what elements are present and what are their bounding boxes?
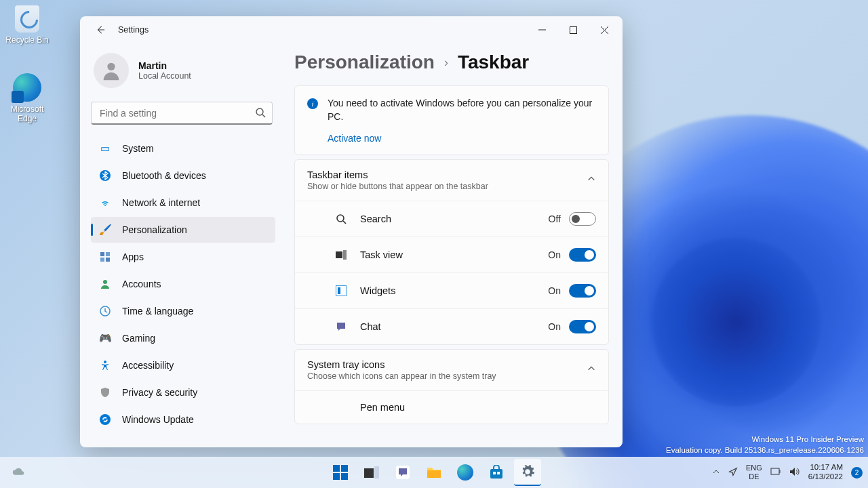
row-widgets: Widgets On — [295, 272, 608, 308]
svg-rect-18 — [336, 251, 342, 258]
nav-bluetooth[interactable]: Bluetooth & devices — [91, 163, 275, 188]
search-container — [91, 102, 273, 125]
clock[interactable]: 10:17 AM 6/13/2022 — [808, 463, 843, 482]
user-info[interactable]: Martin Local Account — [91, 43, 275, 102]
desktop-icon-label: Microsoft Edge — [3, 104, 52, 123]
taskbar-store[interactable] — [483, 459, 510, 486]
svg-rect-28 — [497, 472, 500, 474]
svg-rect-23 — [374, 466, 379, 479]
gamepad-icon: 🎮 — [99, 332, 111, 344]
toggle-widgets[interactable] — [569, 284, 596, 298]
edge-icon — [13, 73, 41, 102]
svg-rect-21 — [338, 287, 340, 294]
content-area[interactable]: Personalization › Taskbar i You need to … — [281, 43, 623, 447]
svg-rect-26 — [490, 469, 502, 479]
close-icon — [601, 26, 608, 34]
nav-accounts[interactable]: Accounts — [91, 271, 275, 297]
arrow-left-icon — [96, 25, 105, 35]
search-icon — [255, 107, 266, 121]
window-title: Settings — [118, 25, 149, 35]
apps-icon — [99, 251, 111, 263]
maximize-button[interactable] — [557, 19, 589, 41]
svg-rect-22 — [364, 468, 374, 478]
language-indicator[interactable]: ENG DE — [746, 464, 762, 481]
search-icon — [334, 214, 348, 224]
store-icon — [489, 465, 504, 480]
svg-point-16 — [337, 215, 344, 222]
search-input[interactable] — [91, 102, 273, 125]
svg-line-17 — [343, 221, 346, 224]
shield-icon — [99, 386, 111, 399]
clock-icon — [99, 305, 111, 317]
settings-window: Settings Martin Local Account — [80, 16, 623, 447]
svg-rect-11 — [106, 258, 110, 262]
chevron-right-icon: › — [444, 56, 448, 70]
titlebar: Settings — [80, 16, 623, 43]
widgets-icon — [334, 285, 348, 296]
activate-now-link[interactable]: Activate now — [328, 133, 596, 144]
bluetooth-icon — [99, 169, 111, 182]
breadcrumb-parent[interactable]: Personalization — [294, 52, 435, 73]
location-icon[interactable] — [728, 467, 738, 479]
row-taskview: Task view On — [295, 237, 608, 272]
row-search: Search Off — [295, 201, 608, 237]
user-account-type: Local Account — [138, 71, 191, 81]
svg-point-15 — [100, 414, 111, 425]
svg-rect-8 — [100, 252, 104, 256]
notification-badge[interactable]: 2 — [851, 467, 863, 479]
volume-icon[interactable] — [789, 467, 800, 479]
user-name: Martin — [138, 60, 191, 71]
svg-rect-29 — [771, 468, 779, 474]
section-header-system-tray[interactable]: System tray icons Choose which icons can… — [295, 350, 608, 390]
maximize-icon — [570, 26, 577, 34]
monitor-icon: ▭ — [99, 142, 111, 155]
watermark: Windows 11 Pro Insider Preview Evaluatio… — [666, 434, 864, 455]
activation-text: You need to activate Windows before you … — [328, 97, 596, 123]
nav-accessibility[interactable]: Accessibility — [91, 352, 275, 378]
nav-gaming[interactable]: 🎮 Gaming — [91, 325, 275, 351]
taskbar-weather[interactable] — [5, 459, 33, 486]
back-button[interactable] — [88, 18, 113, 42]
nav-system[interactable]: ▭ System — [91, 136, 275, 161]
person-icon — [99, 278, 111, 290]
taskbar-taskview[interactable] — [358, 459, 385, 486]
taskbar-edge[interactable] — [452, 459, 479, 486]
activation-notice: i You need to activate Windows before yo… — [294, 85, 609, 155]
toggle-taskview[interactable] — [569, 248, 596, 262]
nav-apps[interactable]: Apps — [91, 244, 275, 270]
section-taskbar-items: Taskbar items Show or hide buttons that … — [294, 159, 609, 345]
svg-point-14 — [104, 361, 106, 363]
network-tray-icon[interactable] — [770, 467, 781, 479]
accessibility-icon — [99, 359, 111, 371]
breadcrumb: Personalization › Taskbar — [294, 43, 609, 85]
nav-network[interactable]: Network & internet — [91, 190, 275, 216]
svg-line-6 — [262, 115, 265, 117]
close-button[interactable] — [589, 19, 620, 41]
edge-icon — [457, 464, 473, 481]
start-button[interactable] — [327, 459, 354, 486]
nav-privacy[interactable]: Privacy & security — [91, 380, 275, 405]
tray-chevron-up-icon[interactable] — [712, 468, 720, 478]
info-icon: i — [307, 98, 318, 109]
desktop-icon-recycle-bin[interactable]: Recycle Bin — [3, 5, 52, 45]
nav-update[interactable]: Windows Update — [91, 407, 275, 432]
nav-personalization[interactable]: 🖌️ Personalization — [91, 217, 275, 243]
taskbar-chat[interactable] — [389, 459, 416, 486]
chat-icon — [334, 321, 348, 332]
nav-time[interactable]: Time & language — [91, 298, 275, 324]
row-penmenu: Pen menu — [295, 390, 608, 424]
section-header-taskbar-items[interactable]: Taskbar items Show or hide buttons that … — [295, 160, 608, 201]
toggle-search[interactable] — [569, 212, 596, 226]
toggle-chat[interactable] — [569, 320, 596, 333]
update-icon — [99, 413, 111, 426]
taskbar-explorer[interactable] — [420, 459, 448, 486]
desktop-icon-edge[interactable]: Microsoft Edge — [3, 73, 52, 123]
wifi-icon — [99, 197, 111, 209]
minimize-button[interactable] — [526, 19, 557, 41]
chevron-up-icon — [587, 174, 596, 186]
windows-logo-icon — [333, 465, 348, 480]
taskbar-settings[interactable] — [514, 459, 541, 486]
svg-rect-25 — [427, 470, 441, 478]
minimize-icon — [538, 26, 546, 34]
taskview-icon — [364, 466, 379, 479]
